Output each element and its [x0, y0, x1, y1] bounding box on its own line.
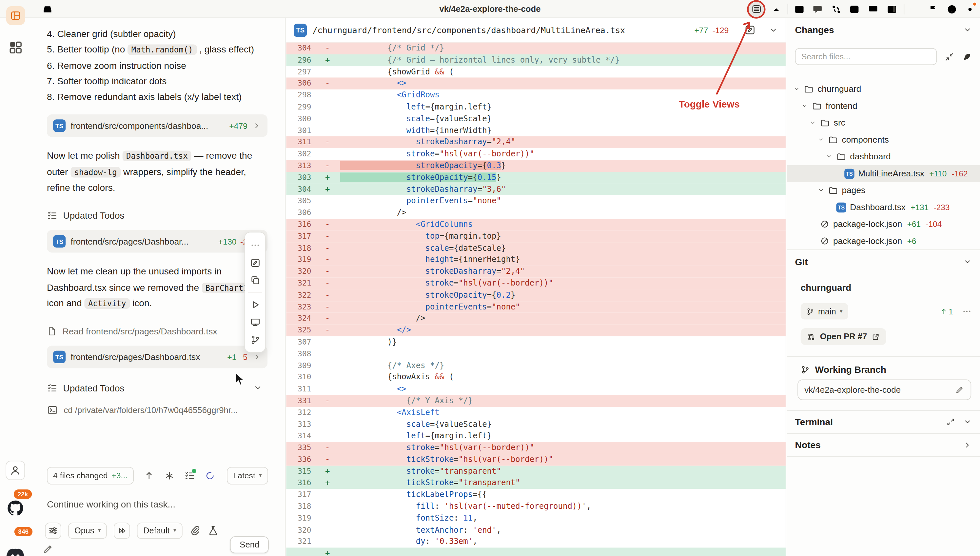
working-branch-value: vk/4e2a-explore-the-code — [804, 385, 901, 395]
fast-forward-button[interactable] — [114, 522, 131, 538]
scroll-top-icon[interactable] — [144, 470, 154, 481]
toggle-views-button[interactable] — [749, 2, 764, 17]
chat-icon[interactable] — [812, 3, 823, 15]
discord-icon[interactable] — [5, 545, 26, 556]
composer-controls: Opus ▾ Default ▾ — [45, 522, 219, 538]
flag-icon[interactable] — [928, 3, 939, 15]
mode-dropdown[interactable]: Default ▾ — [137, 522, 182, 538]
collapse-tree-icon[interactable] — [944, 52, 954, 61]
menu-icon[interactable] — [909, 3, 921, 15]
updated-todos[interactable]: Updated Todos — [47, 210, 268, 221]
attachment-icon[interactable] — [189, 525, 200, 536]
inline-code: shadow-lg — [71, 167, 121, 177]
latest-dropdown[interactable]: Latest ▾ — [227, 467, 268, 484]
user-button[interactable] — [6, 461, 25, 480]
git-branch-icon[interactable] — [250, 334, 260, 344]
edit-diff-icon[interactable] — [250, 257, 260, 268]
tree-item-frontend[interactable]: frontend — [787, 97, 980, 114]
apps-grid-icon[interactable] — [8, 40, 23, 55]
file-diff-chip[interactable]: TSfrontend/src/pages/Dashboar...+130-2 — [47, 230, 268, 253]
send-button[interactable]: Send — [231, 536, 269, 553]
terminal-icon[interactable] — [849, 3, 860, 15]
edit-branch-icon[interactable] — [955, 385, 965, 395]
open-pr-button[interactable]: Open PR #7 — [801, 328, 886, 345]
play-icon[interactable] — [250, 299, 260, 309]
message-input[interactable]: Continue working on this task... — [47, 499, 175, 509]
diff-line: 315+ stroke="transparent" — [286, 465, 786, 477]
chevron-right-icon — [252, 121, 261, 131]
file-diff-chip[interactable]: TSfrontend/src/components/dashboa...+479 — [47, 115, 268, 137]
updated-todos[interactable]: Updated Todos — [47, 383, 268, 393]
diff-line: 301 width={innerWidth} — [286, 125, 786, 137]
working-branch-input[interactable]: vk/4e2a-explore-the-code — [798, 379, 971, 400]
diff-line: 312 <AxisLeft — [286, 407, 786, 419]
tree-item-label: pages — [842, 186, 865, 195]
terminal-section-header[interactable]: Terminal — [787, 411, 980, 433]
diff-view-icon[interactable] — [744, 24, 756, 36]
file-search-row — [795, 48, 972, 65]
model-label: Opus — [74, 526, 94, 535]
todos-icon[interactable] — [184, 470, 195, 481]
folder-icon — [812, 101, 822, 111]
tree-item-dashboard[interactable]: dashboard — [787, 148, 980, 165]
chevron-right-icon — [963, 441, 972, 449]
model-dropdown[interactable]: Opus ▾ — [68, 522, 107, 538]
tree-item-multilinearea-tsx[interactable]: TSMultiLineArea.tsx+110-162 — [787, 165, 980, 182]
monitor-icon[interactable] — [868, 3, 879, 15]
file-diff-chip[interactable]: TSfrontend/src/pages/Dashboard.tsx+1-5 — [47, 346, 268, 369]
open-pr-label: Open PR #7 — [820, 332, 867, 342]
message-hover-toolbar — [244, 232, 266, 352]
tree-item-dashboard-tsx[interactable]: TSDashboard.tsx+131-233 — [787, 199, 980, 215]
tool-label: Read frontend/src/pages/Dashboard.tsx — [63, 326, 217, 337]
tree-item-src[interactable]: src — [787, 115, 980, 131]
settings-sliders-button[interactable] — [45, 522, 61, 538]
panel-left-icon[interactable] — [794, 3, 805, 15]
diff-line: 304+ strokeDasharray="3,6" — [286, 184, 786, 196]
changes-section-header[interactable]: Changes — [787, 18, 980, 42]
titlebar: vk/4e2a-explore-the-code — [0, 0, 980, 18]
diff-line: 305 pointerEvents="none" — [286, 196, 786, 207]
list-item: 6. Remove zoom instruction noise — [47, 58, 268, 74]
search-files-input[interactable] — [795, 48, 937, 65]
app-logo[interactable] — [6, 6, 25, 25]
git-compare-icon[interactable] — [831, 3, 842, 15]
monitor-icon[interactable] — [250, 317, 260, 327]
more-icon[interactable] — [250, 240, 260, 250]
tree-item-pages[interactable]: pages — [787, 182, 980, 199]
tree-item-package-lock-json[interactable]: package-lock.json+61-104 — [787, 216, 980, 233]
tree-item-components[interactable]: components — [787, 131, 980, 148]
more-options-icon[interactable] — [962, 306, 972, 316]
diff-line: 311- strokeDasharray="2,4" — [286, 136, 786, 148]
file-tree: churnguardfrontendsrccomponentsdashboard… — [787, 81, 980, 249]
chevron-up-icon[interactable] — [770, 3, 782, 15]
files-changed-chip[interactable]: 4 files changed +3... — [47, 467, 134, 484]
snapshot-icon[interactable] — [165, 470, 175, 481]
git-section-header[interactable]: Git — [787, 250, 980, 274]
tool-call-read[interactable]: Read frontend/src/pages/Dashboard.tsx — [47, 326, 268, 337]
branch-dropdown[interactable]: main ▾ — [801, 303, 848, 320]
panel-right-icon[interactable] — [886, 3, 898, 15]
diff-line: 310 {showAxis && ( — [286, 372, 786, 383]
notes-section-header[interactable]: Notes — [787, 434, 980, 456]
folder-icon — [804, 84, 814, 94]
experiments-icon[interactable] — [207, 525, 219, 536]
feather-icon[interactable] — [962, 52, 972, 61]
tree-item-package-lock-json[interactable]: package-lock.json+6 — [787, 233, 980, 249]
expand-icon[interactable] — [946, 418, 955, 427]
tree-item-label: frontend — [826, 101, 857, 111]
file-chip-label: frontend/src/pages/Dashboar... — [71, 237, 189, 246]
diff-line: 320 textAnchor: 'end', — [286, 524, 786, 536]
diff-line: 303+ strokeOpacity={0.15} — [286, 172, 786, 184]
tree-item-churnguard[interactable]: churnguard — [787, 81, 980, 97]
chevron-down-icon[interactable] — [769, 25, 778, 35]
help-icon[interactable] — [946, 3, 957, 15]
settings-notification-dot — [972, 2, 977, 6]
app-logo-icon — [10, 10, 21, 21]
copy-icon[interactable] — [250, 275, 260, 285]
commits-ahead-badge: 1 — [940, 307, 953, 316]
repo-name: churnguard — [801, 283, 972, 293]
terminal-command[interactable]: cd /private/var/folders/10/h7w0q46556ggr… — [47, 404, 268, 416]
github-icon[interactable] — [6, 498, 25, 518]
diff-line: 309 {/* Axes */} — [286, 360, 786, 372]
notes-title: Notes — [795, 440, 821, 450]
